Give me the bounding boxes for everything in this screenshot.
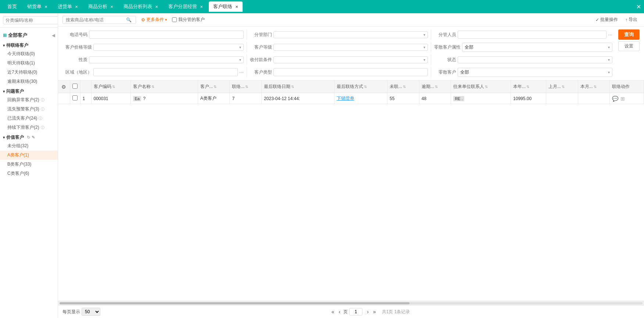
- filter-nature-select[interactable]: [89, 56, 244, 63]
- collapse-icon[interactable]: ◀: [52, 33, 55, 38]
- settings-button[interactable]: 设置: [618, 41, 640, 51]
- export-icon: ↑: [625, 17, 627, 22]
- chat-icon[interactable]: 💬: [612, 96, 618, 102]
- sort-no-contact-icon[interactable]: ⇅: [403, 85, 406, 89]
- sort-this-month-icon[interactable]: ⇅: [594, 85, 597, 89]
- filter-region-input[interactable]: [93, 68, 238, 76]
- sidebar-item-c-class[interactable]: C类客户(6): [0, 169, 58, 178]
- row-last-month: [546, 93, 578, 104]
- table-settings-icon[interactable]: ⚙: [61, 84, 66, 90]
- filter-customer-level-select[interactable]: [273, 44, 428, 51]
- filter-price-level-select[interactable]: [93, 44, 244, 51]
- search-input[interactable]: [66, 17, 125, 22]
- sidebar-item-today[interactable]: 今天待联络(0): [0, 49, 58, 59]
- batch-operation-button[interactable]: ✓ 批量操作: [593, 15, 620, 24]
- sort-unit-contact-icon[interactable]: ⇅: [485, 85, 488, 89]
- search-bar: 🔍: [62, 16, 136, 24]
- horizontal-scrollbar[interactable]: [58, 301, 644, 305]
- close-customer-tier-tab[interactable]: ✕: [200, 5, 203, 9]
- sidebar-item-lost[interactable]: 已流失客户(24) ⓘ: [0, 114, 58, 123]
- nav-tab-sales[interactable]: 销货单 ✕: [23, 1, 52, 12]
- sidebar-all-customers[interactable]: ⊞ 全部客户 ◀: [0, 31, 58, 40]
- sort-category-icon[interactable]: ⇅: [214, 85, 217, 89]
- edit-icon[interactable]: ✎: [32, 135, 35, 140]
- col-last-month: 上月... ⇅: [546, 81, 578, 93]
- filter-status-select[interactable]: [458, 56, 612, 63]
- filter-dept: 分管部门: [247, 29, 432, 40]
- close-goods-analysis-tab[interactable]: ✕: [110, 5, 113, 9]
- select-all-checkbox[interactable]: [72, 84, 78, 89]
- row-checkbox[interactable]: [72, 95, 78, 100]
- sort-overdue-icon[interactable]: ⇅: [435, 85, 438, 89]
- close-sales-tab[interactable]: ✕: [44, 5, 47, 9]
- sidebar-item-tomorrow[interactable]: 明天待联络(1): [0, 59, 58, 68]
- sort-name-icon[interactable]: ⇅: [151, 85, 154, 89]
- filter-more-button[interactable]: ⚙ 更多条件 ▾: [139, 15, 169, 24]
- filter-customer-type-input[interactable]: [273, 68, 428, 76]
- sort-contact-icon[interactable]: ⇅: [245, 85, 248, 89]
- sidebar-item-a-class[interactable]: A类客户(1): [0, 151, 58, 160]
- close-purchase-tab[interactable]: ✕: [75, 5, 78, 9]
- next-page-button[interactable]: ›: [365, 309, 370, 315]
- last-page-button[interactable]: »: [372, 309, 378, 315]
- last-method-link[interactable]: 下销货单: [337, 96, 354, 101]
- sidebar-item-7days[interactable]: 近7天待联络(0): [0, 68, 58, 77]
- filter-scattered-select[interactable]: 全部: [458, 68, 612, 77]
- nav-tab-customer-contact[interactable]: 客户联络 ✕: [209, 1, 243, 12]
- first-page-button[interactable]: «: [330, 309, 336, 315]
- scrollbar-thumb[interactable]: [60, 302, 409, 304]
- sidebar-item-abnormal[interactable]: 回购异常客户(2) ⓘ: [0, 95, 58, 105]
- page-number-input[interactable]: [349, 308, 362, 315]
- nav-tab-goods-list[interactable]: 商品分析列表 ✕: [119, 1, 162, 12]
- window-close-icon[interactable]: ✕: [636, 3, 641, 10]
- prev-page-button[interactable]: ‹: [337, 309, 342, 315]
- sort-last-month-icon[interactable]: ⇅: [562, 85, 565, 89]
- problem-arrow-icon: [3, 89, 5, 93]
- sort-last-date-icon[interactable]: ⇅: [291, 85, 294, 89]
- footer-left: 每页显示 50 100 200: [62, 308, 100, 316]
- sidebar-item-ungroup[interactable]: 未分组(32): [0, 141, 58, 151]
- sidebar-search-input[interactable]: [3, 16, 58, 24]
- sort-last-method-icon[interactable]: ⇅: [364, 85, 367, 89]
- qr-icon[interactable]: ⊞: [620, 96, 625, 102]
- close-goods-list-tab[interactable]: ✕: [155, 5, 158, 9]
- refresh-icon[interactable]: ↻: [27, 135, 30, 140]
- info-icon-lost[interactable]: ⓘ: [39, 116, 42, 121]
- close-customer-contact-tab[interactable]: ✕: [235, 5, 238, 9]
- sort-code-icon[interactable]: ⇅: [112, 85, 115, 89]
- filter-phone-input[interactable]: [89, 31, 244, 39]
- info-icon-warning[interactable]: ⓘ: [41, 107, 44, 112]
- filter-payment-select[interactable]: [273, 56, 428, 63]
- filter-region-dots-icon[interactable]: ···: [239, 69, 244, 75]
- per-page-select[interactable]: 50 100 200: [82, 308, 100, 316]
- pending-arrow-icon: [3, 43, 5, 47]
- query-button[interactable]: 查询: [618, 29, 640, 40]
- my-customer-check[interactable]: [172, 17, 177, 22]
- sidebar-pending-header[interactable]: 待联络客户: [0, 40, 58, 49]
- filter-person-dots-icon[interactable]: ···: [608, 32, 612, 38]
- nav-tab-goods-analysis[interactable]: 商品分析 ✕: [84, 1, 118, 12]
- filter-scattered-attr-select[interactable]: 全部: [462, 43, 612, 52]
- info-icon-declining[interactable]: ⓘ: [41, 125, 44, 130]
- sidebar-value-header[interactable]: 价值客户 ↻ ✎: [0, 132, 58, 141]
- sidebar-item-declining[interactable]: 持续下滑客户(2) ⓘ: [0, 123, 58, 132]
- sidebar-item-overdue[interactable]: 逾期未联络(30): [0, 77, 58, 86]
- sidebar-problem-header[interactable]: 问题客户: [0, 86, 58, 95]
- filter-phone-label: 电话号码: [65, 32, 87, 38]
- col-contact: 联络... ⇅: [230, 81, 262, 93]
- sidebar-item-warning[interactable]: 流失预警客户(3) ⓘ: [0, 105, 58, 114]
- row-last-method: 下销货单: [334, 93, 387, 104]
- col-no-contact: 未联... ⇅: [387, 81, 419, 93]
- nav-tab-home[interactable]: 首页: [3, 1, 21, 12]
- my-customer-checkbox[interactable]: 我分管的客户: [172, 17, 205, 23]
- nav-tab-purchase[interactable]: 进货单 ✕: [53, 1, 82, 12]
- search-icon[interactable]: 🔍: [126, 17, 132, 22]
- export-button[interactable]: ↑ 导出: [623, 15, 640, 24]
- dept-chevron-icon: [423, 33, 425, 37]
- filter-dept-select[interactable]: [273, 31, 428, 38]
- sidebar-item-b-class[interactable]: B类客户(33): [0, 160, 58, 169]
- nav-tab-customer-tier[interactable]: 客户分层经营 ✕: [164, 1, 207, 12]
- filter-person-input[interactable]: [458, 31, 607, 39]
- info-icon-abnormal[interactable]: ⓘ: [41, 98, 44, 103]
- sort-this-year-icon[interactable]: ⇅: [526, 85, 529, 89]
